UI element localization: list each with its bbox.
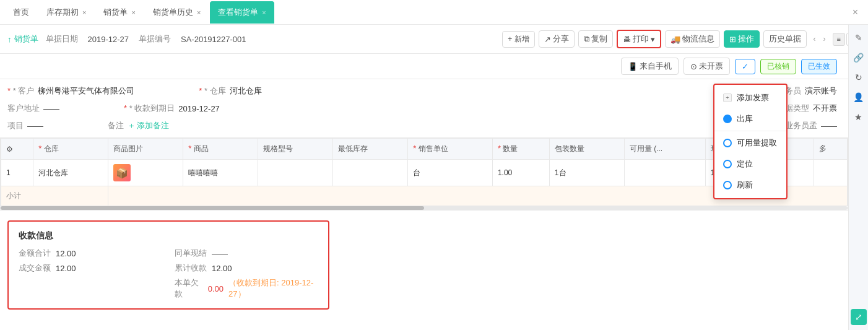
tab-sales-order-label: 销货单 <box>103 7 128 18</box>
project-value: —— <box>27 121 43 131</box>
new-button[interactable]: + 新增 <box>502 31 534 48</box>
warehouse-label: * 仓库 <box>199 85 225 97</box>
doc-title: ↑ 销货单 <box>7 33 38 45</box>
tab-view-sales-close[interactable]: × <box>262 9 266 16</box>
menu-add-invoice[interactable]: + 添加发票 <box>714 87 786 108</box>
menu-outbound-label: 出库 <box>737 113 753 124</box>
doc-meta: 单据日期 2019-12-27 单据编号 SA-20191227-001 <box>46 33 495 45</box>
tab-home[interactable]: 首页 <box>5 1 37 24</box>
row-image: 📦 <box>108 160 183 186</box>
balance-label: 本单欠款 <box>175 277 203 300</box>
sidebar-refresh-icon[interactable]: ↻ <box>851 69 867 85</box>
form-row-3: 项目 —— 备注 ＋ 添加备注 * 业务员孟 —— <box>7 120 837 131</box>
view-list-btn[interactable]: ≡ <box>833 33 845 46</box>
document-area: ↑ 销货单 单据日期 2019-12-27 单据编号 SA-20191227-0… <box>0 25 868 330</box>
sidebar-expand-icon[interactable]: ⤢ <box>851 309 867 325</box>
add-note-btn[interactable]: ＋ 添加备注 <box>128 120 169 131</box>
payment-grid: 金额合计 12.00 同单现结 —— 成交金额 12.00 累计收款 12.00… <box>19 248 318 300</box>
sidebar-star-icon[interactable]: ★ <box>851 109 867 125</box>
col-qty: * 数量 <box>492 139 549 160</box>
payment-row-total: 金额合计 12.00 <box>19 248 162 259</box>
history-button[interactable]: 历史单据 <box>763 30 807 48</box>
balance-value: 0.00 <box>208 284 224 293</box>
operations-icon: ⊞ <box>729 35 736 44</box>
confirm-btn[interactable]: ✓ <box>735 59 755 74</box>
customer-value: 柳州粤港平安气体有限公司 <box>38 85 134 97</box>
doc-date-label: 单据日期 <box>46 33 78 45</box>
print-button[interactable]: 🖶 打印 ▾ <box>617 30 661 48</box>
share-icon: ↗ <box>544 35 551 44</box>
cumulative-label: 累计收款 <box>175 263 207 274</box>
tab-view-sales[interactable]: 查看销货单 × <box>210 1 274 24</box>
cumulative-value: 12.00 <box>212 264 232 273</box>
table-scrollbar[interactable] <box>1 206 848 210</box>
confirm-icon: ✓ <box>742 62 749 71</box>
col-more: 多 <box>814 139 847 160</box>
form-row-1: * 客户 柳州粤港平安气体有限公司 * 仓库 河北仓库 业务员 演示账号 <box>7 85 837 97</box>
tab-sales-order[interactable]: 销货单 × <box>95 1 143 24</box>
tab-sales-history[interactable]: 销货单历史 × <box>145 1 209 24</box>
operations-dropdown: + 添加发票 出库 可用量提取 定位 刷新 <box>713 84 788 199</box>
logistics-button[interactable]: 🚚 物流信息 <box>665 30 720 48</box>
address-value: —— <box>43 104 59 113</box>
address-label: 客户地址 <box>7 103 40 114</box>
tab-bar: 首页 库存期初 × 销货单 × 销货单历史 × 查看销货单 × × <box>0 0 868 25</box>
doc-title-text: 销货单 <box>14 33 38 45</box>
menu-outbound[interactable]: 出库 <box>714 108 786 129</box>
not-open-icon: ⊙ <box>690 62 697 71</box>
project-label: 项目 <box>7 120 24 131</box>
tab-sales-order-close[interactable]: × <box>131 9 135 16</box>
row-spec <box>258 160 333 186</box>
print-dropdown-arrow: ▾ <box>651 35 655 44</box>
menu-available-pickup[interactable]: 可用量提取 <box>714 132 786 154</box>
add-invoice-icon: + <box>723 93 732 102</box>
locate-icon <box>723 160 732 168</box>
share-button[interactable]: ↗ 分享 <box>539 30 575 48</box>
sidebar-user-icon[interactable]: 👤 <box>851 89 867 105</box>
customer-field: * 客户 柳州粤港平安气体有限公司 <box>7 85 134 97</box>
payment-section: 收款信息 金额合计 12.00 同单现结 —— 成交金额 12.00 累计收款 … <box>7 220 329 310</box>
tab-inventory-init[interactable]: 库存期初 × <box>38 1 94 24</box>
tab-sales-history-label: 销货单历史 <box>153 7 193 18</box>
project-field: 项目 —— <box>7 120 43 131</box>
menu-locate-label: 定位 <box>737 158 753 170</box>
prev-arrow[interactable]: ‹ <box>810 33 819 45</box>
doc-actions: + 新增 ↗ 分享 ⧉ 复制 🖶 打印 ▾ 🚚 物流信息 ⊞ 操作 <box>502 30 861 48</box>
note-field: 备注 ＋ 添加备注 <box>108 120 169 131</box>
product-image: 📦 <box>113 164 131 181</box>
copy-button[interactable]: ⧉ 复制 <box>578 30 613 48</box>
refresh-icon <box>723 181 732 189</box>
menu-refresh[interactable]: 刷新 <box>714 175 786 196</box>
tab-inventory-init-close[interactable]: × <box>82 9 86 16</box>
menu-available-pickup-label: 可用量提取 <box>737 137 777 149</box>
nav-arrows: ‹ › <box>810 33 829 45</box>
operations-button[interactable]: ⊞ 操作 <box>724 30 760 48</box>
payment-title: 收款信息 <box>19 230 318 241</box>
col-available: 可用量 (... <box>624 139 705 160</box>
doc-date-value: 2019-12-27 <box>88 35 129 44</box>
not-open-btn[interactable]: ⊙ 未开票 <box>684 58 730 75</box>
menu-locate[interactable]: 定位 <box>714 154 786 175</box>
row-warehouse: 河北仓库 <box>33 160 108 186</box>
col-settings[interactable]: ⚙ <box>1 139 33 160</box>
same-order-value: —— <box>212 249 228 258</box>
sidebar-edit-icon[interactable]: ✎ <box>851 30 867 46</box>
tab-sales-history-close[interactable]: × <box>197 9 201 16</box>
form-row-2: 客户地址 —— * 收款到期日 2019-12-27 * 票据类型 不开票 <box>7 103 837 114</box>
due-date-field: * 收款到期日 2019-12-27 <box>124 103 220 114</box>
window-close-button[interactable]: × <box>848 7 863 18</box>
col-min-stock: 最低库存 <box>333 139 408 160</box>
status-sold-badge: 已核销 <box>760 59 796 74</box>
from-phone-btn[interactable]: 📱 来自手机 <box>621 58 679 75</box>
available-pickup-icon <box>723 139 732 147</box>
right-sidebar: ✎ 🔗 ↻ 👤 ★ ⤢ <box>848 25 868 330</box>
tab-home-label: 首页 <box>13 7 29 18</box>
doc-header: ↑ 销货单 单据日期 2019-12-27 单据编号 SA-20191227-0… <box>0 25 868 54</box>
status-effective-badge: 已生效 <box>801 59 837 74</box>
payment-row-same-order: 同单现结 —— <box>175 248 318 259</box>
address-field: 客户地址 —— <box>7 103 59 114</box>
col-warehouse: * 仓库 <box>33 139 108 160</box>
next-arrow[interactable]: › <box>820 33 829 45</box>
plus-icon: ＋ <box>128 120 136 131</box>
sidebar-link-icon[interactable]: 🔗 <box>851 50 867 66</box>
